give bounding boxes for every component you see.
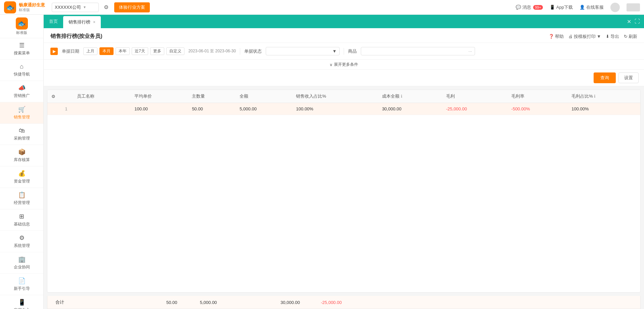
sidebar-item-quick-nav[interactable]: ⌂ 快捷导航	[0, 60, 43, 81]
enterprise-icon: 🏢	[18, 256, 26, 263]
online-service-button[interactable]: 👤 在线客服	[579, 4, 604, 10]
expand-more-button[interactable]: ∨ 展开更多条件	[330, 62, 358, 67]
header-actions: ❓ 帮助 🖨 按模板打印 ▼ ⬇ 导出 ↻ 刷新	[549, 34, 637, 40]
goods-select[interactable]: ···	[361, 47, 475, 55]
table-footer: 合计 50.00 5,000.00 30,000.00 -25,000.00	[47, 296, 641, 309]
expand-more-row: ∨ 展开更多条件	[44, 60, 644, 70]
date-range-display: 2023-06-01 至 2023-06-30	[188, 48, 236, 54]
chevron-down-icon: ▼	[83, 5, 86, 9]
sidebar-item-operations[interactable]: 📋 经营管理	[0, 188, 43, 209]
help-button[interactable]: ❓ 帮助	[549, 34, 564, 40]
app-download-button[interactable]: 📱 App下载	[550, 4, 573, 10]
date-btn-more[interactable]: 更多	[150, 47, 164, 55]
sidebar: 🐟 标准版 ☰ 搜索菜单 ⌂ 快捷导航 📣 营销推广 🛒 销售管理 🛍 采购管理…	[0, 15, 44, 309]
filter-toggle-icon[interactable]: ▶	[50, 48, 58, 55]
col-gross-rate: 毛利率	[507, 90, 567, 103]
window-close-icon[interactable]: ✕	[627, 18, 631, 25]
refresh-button[interactable]: ↻ 刷新	[624, 34, 637, 40]
footer-gross: -25,000.00	[317, 300, 357, 305]
print-icon: 🖨	[568, 34, 573, 39]
tab-close-icon[interactable]: ×	[93, 20, 95, 24]
date-btn-custom[interactable]: 自定义	[166, 47, 184, 55]
sidebar-item-marketing[interactable]: 📣 营销推广	[0, 81, 43, 102]
sidebar-item-inventory[interactable]: 📦 库存核算	[0, 145, 43, 166]
download-icon: 📱	[550, 5, 555, 10]
sidebar-item-basics[interactable]: ⊞ 基础信息	[0, 209, 43, 231]
col-quantity: 主数量	[188, 90, 235, 103]
app-name: 畅康通好生意	[19, 2, 45, 8]
company-selector[interactable]: XXXXXX公司 ▼	[52, 3, 99, 12]
page-header: 销售排行榜(按业务员) ❓ 帮助 🖨 按模板打印 ▼ ⬇ 导出	[44, 28, 644, 43]
export-icon: ⬇	[606, 34, 609, 39]
row-quantity: 50.00	[188, 103, 235, 115]
status-select[interactable]: ▼	[266, 47, 340, 55]
footer-cost: 30,000.00	[276, 300, 317, 305]
goods-dots[interactable]: ···	[468, 49, 472, 54]
sales-rank-table: ⚙ 员工名称 平均单价 主数量 全额 销售收入占比% 成本全额 ℹ	[47, 90, 640, 115]
row-rank: 1	[59, 103, 73, 115]
sidebar-item-guide[interactable]: 📄 新手引导	[0, 274, 43, 295]
query-button[interactable]: 查询	[594, 72, 616, 83]
sidebar-item-finance[interactable]: 💰 资金管理	[0, 166, 43, 188]
col-gross: 毛利	[442, 90, 507, 103]
finance-icon: 💰	[18, 170, 26, 177]
operations-icon: 📋	[18, 191, 26, 199]
status-filter-label: 单据状态	[244, 48, 262, 54]
app-logo: 🐟	[4, 1, 16, 13]
tab-bar: 首页 销售排行榜 × ✕ ⛶	[44, 15, 644, 28]
col-cost: 成本全额 ℹ	[378, 90, 442, 103]
row-sales-ratio: 100.00%	[292, 103, 378, 115]
cost-info-icon[interactable]: ℹ	[401, 94, 402, 99]
table-row: 1 100.00 50.00 5,000.00 100.00% 30,000.0…	[47, 103, 640, 115]
sidebar-item-search[interactable]: ☰ 搜索菜单	[0, 38, 43, 60]
sidebar-label-purchase: 采购管理	[14, 136, 30, 141]
export-button[interactable]: ⬇ 导出	[606, 34, 619, 40]
top-bar: 🐟 畅康通好生意 标准版 XXXXXX公司 ▼ ⚙ 体验行业方案 💬 消息 99…	[0, 0, 644, 15]
tab-sales-rank-label: 销售排行榜	[69, 19, 90, 25]
tab-home-label: 首页	[49, 18, 58, 24]
gross-ratio-info-icon[interactable]: ℹ	[594, 94, 596, 99]
sidebar-label-operations: 经营管理	[14, 200, 30, 206]
home-icon: ⌂	[20, 63, 24, 70]
guide-icon: 📄	[18, 277, 26, 285]
avatar[interactable]	[610, 3, 620, 12]
sidebar-label-enterprise: 企业协同	[14, 264, 30, 270]
sidebar-item-system[interactable]: ⚙ 系统管理	[0, 231, 43, 252]
col-avg-price: 平均单价	[130, 90, 188, 103]
sidebar-logo: 🐟	[16, 17, 28, 30]
sidebar-label-sales: 销售管理	[14, 114, 30, 120]
page-content: 销售排行榜(按业务员) ❓ 帮助 🖨 按模板打印 ▼ ⬇ 导出	[44, 28, 644, 309]
window-expand-icon[interactable]: ⛶	[635, 18, 640, 24]
expand-chevron-icon: ∨	[330, 62, 333, 67]
row-gross-rate: -500.00%	[507, 103, 567, 115]
sidebar-item-purchase[interactable]: 🛍 采购管理	[0, 124, 43, 145]
print-button[interactable]: 🖨 按模板打印 ▼	[568, 34, 601, 40]
sidebar-item-apps[interactable]: 📱 应用中心	[0, 295, 43, 309]
date-btn-last-month[interactable]: 上月	[83, 47, 97, 55]
filter-divider-1	[240, 48, 240, 55]
sidebar-label-quick-nav: 快捷导航	[14, 71, 30, 77]
tab-sales-rank[interactable]: 销售排行榜 ×	[63, 16, 101, 28]
messages-button[interactable]: 💬 消息 99+	[516, 4, 543, 10]
settings-icon[interactable]: ⚙	[101, 3, 111, 12]
page-title: 销售排行榜(按业务员)	[50, 33, 102, 40]
date-btn-this-month[interactable]: 本月	[99, 47, 114, 55]
col-settings-icon[interactable]: ⚙	[51, 94, 55, 99]
message-icon: 💬	[516, 5, 521, 10]
table-settings-button[interactable]: 设置	[618, 72, 639, 83]
filter-divider-2	[344, 48, 344, 55]
sidebar-item-enterprise[interactable]: 🏢 企业协同	[0, 252, 43, 274]
date-range-text: 2023-06-01 至 2023-06-30	[188, 48, 236, 54]
row-gross: -25,000.00	[442, 103, 507, 115]
sidebar-item-sales[interactable]: 🛒 销售管理	[0, 102, 43, 124]
row-gross-ratio: 100.00%	[567, 103, 640, 115]
date-btn-this-year[interactable]: 本年	[116, 47, 130, 55]
row-avg-price: 100.00	[130, 103, 188, 115]
tab-home[interactable]: 首页	[44, 15, 63, 28]
sidebar-label-system: 系统管理	[14, 243, 30, 249]
sidebar-label-search: 搜索菜单	[14, 50, 30, 56]
col-gross-ratio: 毛利占比% ℹ	[567, 90, 640, 103]
trial-button[interactable]: 体验行业方案	[114, 2, 150, 12]
marketing-icon: 📣	[18, 84, 26, 92]
date-btn-7days[interactable]: 近7天	[132, 47, 148, 55]
